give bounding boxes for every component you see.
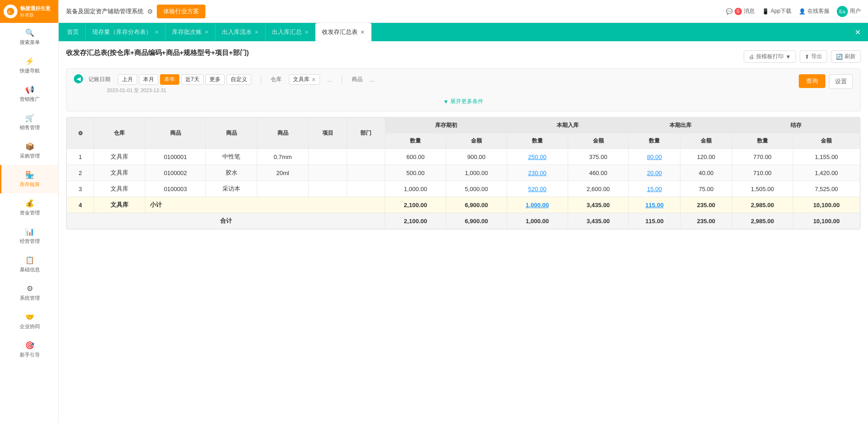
sidebar-item-finance[interactable]: 💰 资金管理 bbox=[0, 193, 58, 222]
in-group-header: 本期入库 bbox=[507, 118, 629, 133]
balance-group-header: 结存 bbox=[732, 118, 860, 133]
total-in-amt: 3,435.00 bbox=[568, 213, 629, 229]
total-in-qty: 1,000.00 bbox=[507, 213, 568, 229]
export-icon: ⬆ bbox=[805, 54, 809, 60]
top-bar-actions: 💬 6 消息 📱 App下载 👤 在线客服 Ea 用户 bbox=[726, 6, 861, 17]
table-row: 2 文具库 0100002 胶水 20ml 500.00 1,000.00 23… bbox=[67, 165, 860, 181]
tab-close-flow[interactable]: ✕ bbox=[254, 29, 259, 35]
tab-close-stock[interactable]: ✕ bbox=[155, 29, 159, 35]
tab-summary[interactable]: 出入库汇总 ✕ bbox=[265, 23, 315, 41]
print-icon: 🖨 bbox=[749, 54, 754, 60]
subtotal-row: 4 文具库 小计 2,100.00 6,900.00 1,000.00 3,43… bbox=[67, 197, 860, 213]
code-col-header: 商品 bbox=[145, 118, 206, 149]
top-actions: 收发存汇总表(按仓库+商品编码+商品+规格型号+项目+部门) 🖨 按模板打印 ▼… bbox=[66, 49, 861, 65]
date-btn-more[interactable]: 更多 bbox=[205, 74, 225, 85]
tab-close-batch[interactable]: ✕ bbox=[205, 29, 209, 35]
operations-icon: 📊 bbox=[25, 227, 34, 236]
online-service-btn[interactable]: 👤 在线客服 bbox=[799, 7, 829, 15]
top-actions-right: 🖨 按模板打印 ▼ ⬆ 导出 🔄 刷新 bbox=[744, 50, 861, 63]
date-btn-this-month[interactable]: 本月 bbox=[139, 74, 158, 85]
date-btn-last-month[interactable]: 上月 bbox=[118, 74, 137, 85]
sidebar-item-purchase[interactable]: 📦 采购管理 bbox=[0, 137, 58, 165]
sidebar-item-enterprise[interactable]: 🤝 企业协同 bbox=[0, 307, 58, 335]
table-row: 3 文具库 0100003 采访本 1,000.00 5,000.00 520.… bbox=[67, 181, 860, 197]
sidebar-item-sales[interactable]: 🛒 销售管理 bbox=[0, 108, 58, 137]
sidebar: 6 畅捷通好生意 标准版 🔍 搜索菜单 ⚡ 快捷导航 📢 营销推广 🛒 销售管理… bbox=[0, 0, 59, 423]
in-amt-header: 金额 bbox=[568, 133, 629, 149]
phone-icon: 📱 bbox=[762, 8, 769, 15]
page-title: 收发存汇总表(按仓库+商品编码+商品+规格型号+项目+部门) bbox=[66, 49, 249, 57]
quicknav-icon: ⚡ bbox=[25, 57, 34, 66]
sidebar-item-marketing[interactable]: 📢 营销推广 bbox=[0, 80, 58, 108]
out-qty-header: 数量 bbox=[629, 133, 680, 149]
settings-icon[interactable]: ⚙ bbox=[147, 8, 153, 15]
total-bal-qty: 2,985.00 bbox=[732, 213, 793, 229]
date-btn-this-year[interactable]: 本年 bbox=[160, 74, 179, 85]
settings-col-header[interactable]: ⚙ bbox=[67, 118, 94, 149]
date-btn-7days[interactable]: 近7天 bbox=[181, 74, 204, 85]
out-amt-header: 金额 bbox=[680, 133, 732, 149]
sidebar-item-search[interactable]: 🔍 搜索菜单 bbox=[0, 23, 58, 51]
bal-qty-header: 数量 bbox=[732, 133, 793, 149]
avatar: Ea bbox=[837, 6, 848, 17]
settings-btn[interactable]: 设置 bbox=[829, 74, 853, 89]
finance-icon: 💰 bbox=[25, 199, 34, 208]
total-open-qty: 2,100.00 bbox=[385, 213, 446, 229]
tab-bar: 首页 现存量（库存分布表） ✕ 库存批次账 ✕ 出入库流水 ✕ 出入库汇总 ✕ … bbox=[59, 23, 868, 41]
user-btn[interactable]: Ea 用户 bbox=[837, 6, 861, 17]
open-qty-header: 数量 bbox=[385, 133, 446, 149]
date-btn-custom[interactable]: 自定义 bbox=[227, 74, 251, 85]
purchase-icon: 📦 bbox=[25, 142, 34, 151]
sidebar-item-inventory[interactable]: 🏪 库存核算 bbox=[0, 165, 58, 193]
app-download-btn[interactable]: 📱 App下载 bbox=[762, 7, 791, 15]
total-out-amt: 235.00 bbox=[680, 213, 732, 229]
warehouse-dots[interactable]: ... bbox=[327, 76, 332, 83]
query-btn[interactable]: 查询 bbox=[799, 74, 825, 88]
warehouse-tag: 文具库 ✕ bbox=[289, 74, 320, 85]
sidebar-item-system[interactable]: ⚙ 系统管理 bbox=[0, 279, 58, 307]
system-icon: ⚙ bbox=[27, 284, 33, 293]
inventory-icon: 🏪 bbox=[25, 170, 34, 179]
tab-stock[interactable]: 现存量（库存分布表） ✕ bbox=[86, 23, 166, 41]
filter-bar: ◀ 记账日期 上月 本月 本年 近7天 更多 自定义 bbox=[66, 68, 861, 111]
date-buttons: 上月 本月 本年 近7天 更多 自定义 bbox=[118, 74, 251, 85]
newbie-icon: 🎯 bbox=[25, 341, 34, 350]
system-title: 装备及固定资产辅助管理系统 bbox=[66, 7, 144, 16]
experience-btn[interactable]: 体验行业方案 bbox=[157, 5, 205, 18]
sidebar-item-basic[interactable]: 📋 基础信息 bbox=[0, 250, 58, 279]
message-btn[interactable]: 💬 6 消息 bbox=[726, 7, 755, 15]
expand-filter-btn[interactable]: ▼ 展开更多条件 bbox=[74, 98, 853, 105]
sidebar-item-quicknav[interactable]: ⚡ 快捷导航 bbox=[0, 51, 58, 80]
print-btn[interactable]: 🖨 按模板打印 ▼ bbox=[744, 50, 796, 63]
sidebar-item-operations[interactable]: 📊 经营管理 bbox=[0, 222, 58, 250]
tab-flow[interactable]: 出入库流水 ✕ bbox=[216, 23, 265, 41]
search-icon: 🔍 bbox=[25, 28, 34, 37]
open-amt-header: 金额 bbox=[446, 133, 507, 149]
sales-icon: 🛒 bbox=[25, 114, 34, 122]
goods-dots[interactable]: ... bbox=[370, 76, 375, 83]
export-btn[interactable]: ⬆ 导出 bbox=[800, 50, 827, 63]
warehouse-tag-close[interactable]: ✕ bbox=[311, 77, 316, 83]
collapse-btn[interactable]: ◀ bbox=[74, 74, 83, 83]
tab-close-summary[interactable]: ✕ bbox=[304, 29, 309, 35]
chevron-down-icon: ▼ bbox=[443, 99, 449, 105]
refresh-icon: 🔄 bbox=[836, 54, 843, 60]
opening-group-header: 库存期初 bbox=[385, 118, 507, 133]
tab-bar-close-btn[interactable]: ✕ bbox=[849, 28, 866, 37]
refresh-btn[interactable]: 🔄 刷新 bbox=[831, 50, 861, 63]
name-col-header: 商品 bbox=[206, 118, 257, 149]
data-table-wrapper: ⚙ 仓库 商品 商品 商品 项目 部门 库存期初 本期入库 本期出库 结存 bbox=[66, 117, 861, 230]
marketing-icon: 📢 bbox=[25, 85, 34, 94]
tab-receive[interactable]: 收发存汇总表 ✕ bbox=[315, 23, 371, 41]
dept-col-header: 部门 bbox=[347, 118, 385, 149]
tab-close-receive[interactable]: ✕ bbox=[360, 29, 365, 35]
svg-text:6: 6 bbox=[8, 10, 11, 14]
in-qty-header: 数量 bbox=[507, 133, 568, 149]
tab-batch[interactable]: 库存批次账 ✕ bbox=[166, 23, 216, 41]
tab-home[interactable]: 首页 bbox=[61, 23, 86, 41]
top-bar: 装备及固定资产辅助管理系统 ⚙ 体验行业方案 💬 6 消息 📱 App下载 👤 … bbox=[59, 0, 868, 23]
message-icon: 💬 bbox=[726, 8, 733, 15]
total-bal-amt: 10,100.00 bbox=[793, 213, 860, 229]
sidebar-item-newbie[interactable]: 🎯 新手引导 bbox=[0, 335, 58, 364]
enterprise-icon: 🤝 bbox=[25, 313, 34, 321]
